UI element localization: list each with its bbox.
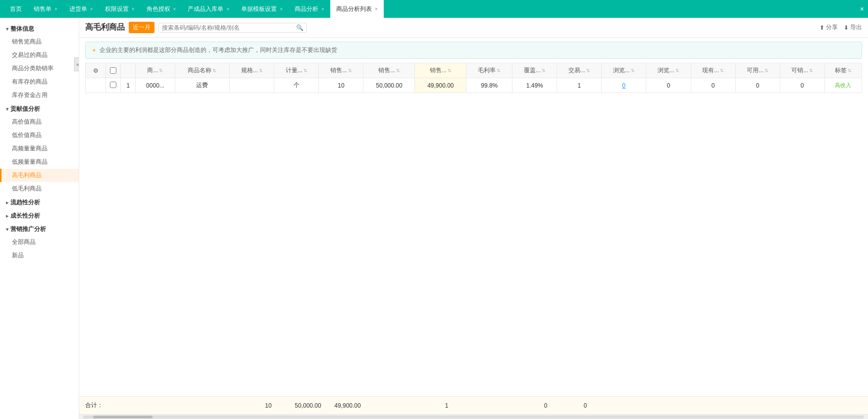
col-code[interactable]: 商... ⇅	[136, 63, 175, 78]
sidebar-item-new-goods[interactable]: 新品	[0, 249, 79, 262]
sidebar-group-wealth-analysis[interactable]: ▾ 贡献值分析	[0, 102, 79, 115]
col-spec[interactable]: 规格... ⇅	[230, 63, 274, 78]
close-all-button[interactable]: ×	[860, 5, 864, 13]
time-filter-button[interactable]: 近一月	[129, 22, 154, 33]
col-browse2[interactable]: 浏览... ⇅	[646, 63, 691, 78]
col-current-stock[interactable]: 现有... ⇅	[691, 63, 735, 78]
share-icon: ⬆	[819, 24, 824, 31]
col-settings[interactable]: ⚙	[86, 63, 106, 78]
col-browse1[interactable]: 浏览... ⇅	[602, 63, 646, 78]
col-sales-qty[interactable]: 销售... ⇅	[319, 63, 363, 78]
tab-sales-order[interactable]: 销售单 ×	[28, 0, 63, 18]
close-sales-order[interactable]: ×	[54, 6, 57, 12]
scrollbar-thumb[interactable]	[93, 416, 153, 419]
sidebar-item-analysis-rate[interactable]: 商品分类助销率	[0, 62, 79, 75]
col-checkbox	[106, 63, 121, 78]
cell-sales-cost: 49,900.00	[415, 78, 466, 93]
close-product-analysis-list[interactable]: ×	[375, 6, 378, 12]
tab-auth-settings[interactable]: 权限设置 ×	[99, 0, 141, 18]
row-checkbox[interactable]	[110, 82, 116, 88]
close-role-auth[interactable]: ×	[173, 6, 176, 12]
col-no	[121, 63, 136, 78]
sidebar-group-overview[interactable]: ▾ 整体信息	[0, 22, 79, 35]
cell-coverage: 1.49%	[512, 78, 557, 93]
select-all-checkbox[interactable]	[110, 67, 116, 74]
sort-icon-available: ⇅	[765, 68, 768, 73]
cell-transaction: 1	[557, 78, 602, 93]
col-margin-rate[interactable]: 毛利率 ⇅	[466, 63, 512, 78]
tab-product-analysis[interactable]: 商品分析 ×	[289, 0, 330, 18]
sidebar-collapse-button[interactable]: «	[74, 57, 79, 71]
sidebar-item-traded-goods[interactable]: 交易过的商品	[0, 48, 79, 62]
cell-spec	[230, 78, 274, 93]
col-unit[interactable]: 计量... ⇅	[274, 63, 319, 78]
cell-sales-qty: 10	[319, 78, 363, 93]
col-tag[interactable]: 标签 ⇅	[824, 63, 862, 78]
cell-tag: 高收入	[824, 78, 862, 93]
sort-icon-sales-cost: ⇅	[448, 68, 452, 73]
sidebar-item-in-stock-goods[interactable]: 有库存的商品	[0, 75, 79, 89]
footer-label: 合计：	[85, 401, 115, 410]
cell-unit: 个	[274, 78, 319, 93]
close-product-analysis[interactable]: ×	[321, 6, 324, 12]
cell-sales-amount: 50,000.00	[363, 78, 415, 93]
search-input[interactable]	[162, 24, 294, 31]
footer-summary: 合计： 10 50,000.00 49,900.00 1 0 0	[79, 396, 868, 414]
cell-settings	[86, 78, 106, 93]
info-banner: ✦ 企业的主要的利润都是这部分商品创造的，可考虑加大推广，同时关注库存是不要出现…	[85, 42, 862, 59]
sort-icon-unit: ⇅	[304, 68, 307, 73]
col-coverage[interactable]: 覆盖... ⇅	[512, 63, 557, 78]
sort-icon-sales-qty: ⇅	[348, 68, 352, 73]
sidebar-item-low-value[interactable]: 低价值商品	[0, 129, 79, 142]
sidebar-group-growth-analysis[interactable]: ▸ 成长性分析	[0, 209, 79, 222]
export-button[interactable]: ⬇ 导出	[844, 23, 862, 32]
col-saleable[interactable]: 可销... ⇅	[780, 63, 824, 78]
chevron-right-icon-2: ▸	[6, 213, 8, 219]
tab-role-auth[interactable]: 角色授权 ×	[141, 0, 182, 18]
col-sales-amount[interactable]: 销售... ⇅	[363, 63, 415, 78]
sidebar-item-all-goods[interactable]: 全部商品	[0, 235, 79, 249]
col-sales-cost[interactable]: 销售... ⇅	[415, 63, 466, 78]
content-header: 高毛利商品 近一月 🔍 ⬆ 分享 ⬇ 导出	[79, 18, 868, 38]
search-icon[interactable]: 🔍	[296, 24, 304, 31]
sort-icon-browse1: ⇅	[631, 68, 635, 73]
search-box: 🔍	[158, 23, 307, 33]
sort-icon-current-stock: ⇅	[720, 68, 724, 73]
cell-checkbox	[106, 78, 121, 93]
close-template-settings[interactable]: ×	[280, 6, 283, 12]
sidebar-item-high-margin[interactable]: 高毛利商品	[0, 169, 79, 182]
sidebar-item-high-value[interactable]: 高价值商品	[0, 115, 79, 129]
sort-icon-spec: ⇅	[259, 68, 263, 73]
cell-current-stock: 0	[691, 78, 735, 93]
tab-home[interactable]: 首页	[4, 0, 28, 18]
col-available[interactable]: 可用... ⇅	[735, 63, 780, 78]
cell-browse1[interactable]: 0	[602, 78, 646, 93]
tab-product-analysis-list[interactable]: 商品分析列表 ×	[330, 0, 384, 18]
footer-sales-qty: 10	[249, 402, 288, 409]
close-import-goods[interactable]: ×	[90, 6, 93, 12]
sort-icon-saleable: ⇅	[809, 68, 813, 73]
close-product-entry[interactable]: ×	[226, 6, 229, 12]
cell-browse2: 0	[646, 78, 691, 93]
data-table: ⚙ 商... ⇅	[85, 63, 862, 93]
footer-available: 0	[565, 402, 605, 409]
bottom-scrollbar[interactable]	[79, 414, 868, 419]
sidebar-group-trend-analysis[interactable]: ▸ 流趋性分析	[0, 195, 79, 209]
col-transaction[interactable]: 交易... ⇅	[557, 63, 602, 78]
sidebar-item-high-freq[interactable]: 高频量量商品	[0, 142, 79, 155]
close-auth-settings[interactable]: ×	[132, 6, 135, 12]
tab-template-settings[interactable]: 单据模板设置 ×	[235, 0, 289, 18]
cell-saleable: 0	[780, 78, 824, 93]
share-button[interactable]: ⬆ 分享	[819, 23, 838, 32]
sidebar-item-low-freq[interactable]: 低频量量商品	[0, 155, 79, 169]
sidebar-item-stock-funds[interactable]: 库存资金占用	[0, 89, 79, 102]
tab-product-entry[interactable]: 产成品入库单 ×	[182, 0, 235, 18]
sort-icon-name: ⇅	[212, 68, 216, 73]
main-layout: « ▾ 整体信息 销售览商品 交易过的商品 商品分类助销率 有库存的商品 库存资…	[0, 18, 868, 419]
sidebar-item-sales-goods[interactable]: 销售览商品	[0, 35, 79, 48]
chevron-down-icon: ▾	[6, 26, 8, 32]
sidebar-item-low-margin[interactable]: 低毛利商品	[0, 182, 79, 195]
sidebar-group-marketing-analysis[interactable]: ▾ 营销推广分析	[0, 222, 79, 235]
col-name[interactable]: 商品名称 ⇅	[175, 63, 230, 78]
tab-import-goods[interactable]: 进货单 ×	[63, 0, 99, 18]
